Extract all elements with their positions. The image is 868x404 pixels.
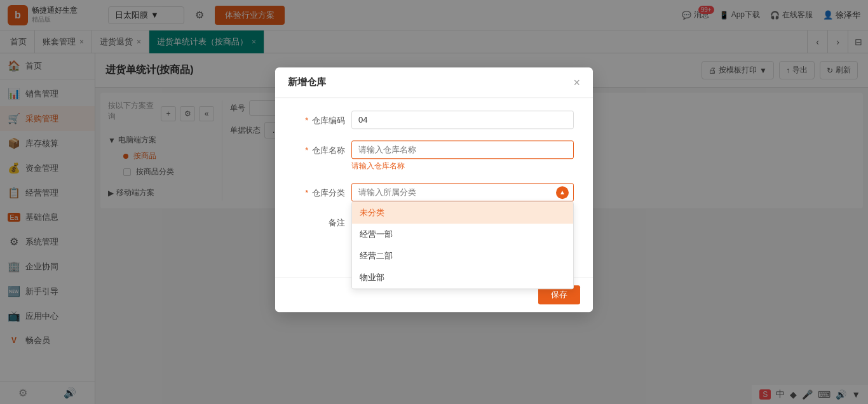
category-dropdown-list: 未分类 经营一部 经营二部 物业部 — [351, 201, 574, 289]
dropdown-item-dept3[interactable]: 物业部 — [352, 267, 573, 288]
code-input-wrap — [351, 111, 574, 129]
name-row: * 仓库名称 请输入仓库名称 — [294, 140, 574, 172]
name-input-wrap: 请输入仓库名称 — [351, 140, 574, 172]
dropdown-item-dept2[interactable]: 经营二部 — [352, 245, 573, 267]
new-warehouse-modal: 新增仓库 × * 仓库编码 * 仓库名称 请输入仓库名称 — [275, 67, 593, 312]
dropdown-item-none[interactable]: 未分类 — [352, 202, 573, 224]
category-row: * 仓库分类 ▲ 未分类 经营一部 经营二部 物业部 — [294, 183, 574, 201]
code-label: * 仓库编码 — [294, 111, 351, 126]
category-input[interactable] — [351, 183, 574, 201]
modal-body: * 仓库编码 * 仓库名称 请输入仓库名称 * 仓库分类 — [275, 98, 593, 277]
category-input-wrap: ▲ 未分类 经营一部 经营二部 物业部 — [351, 183, 574, 201]
modal-close-button[interactable]: × — [573, 77, 580, 88]
code-input[interactable] — [351, 111, 574, 129]
dropdown-arrow-icon[interactable]: ▲ — [556, 186, 569, 199]
name-label: * 仓库名称 — [294, 140, 351, 156]
name-input[interactable] — [351, 140, 574, 159]
category-label: * 仓库分类 — [294, 183, 351, 199]
dropdown-item-dept1[interactable]: 经营一部 — [352, 224, 573, 245]
code-required-star: * — [305, 116, 308, 125]
modal-header: 新增仓库 × — [275, 67, 593, 98]
name-error-message: 请输入仓库名称 — [351, 161, 574, 172]
modal-title: 新增仓库 — [288, 76, 326, 88]
remark-label: 备注 — [294, 213, 351, 229]
category-required-star: * — [305, 188, 308, 198]
name-required-star: * — [305, 145, 308, 155]
code-row: * 仓库编码 — [294, 111, 574, 129]
